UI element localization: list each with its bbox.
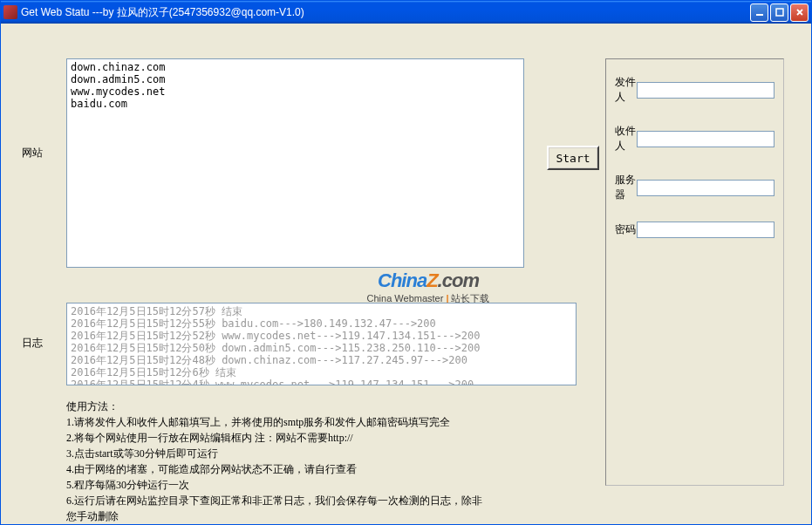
window-title: Get Web Statu ---by 拉风的汉子(2547356932@qq.…: [21, 5, 750, 20]
app-icon: [3, 5, 17, 19]
close-icon: [795, 7, 805, 17]
minimize-button[interactable]: [750, 3, 768, 22]
log-output[interactable]: 2016年12月5日15时12分57秒 结束 2016年12月5日15时12分5…: [66, 303, 577, 385]
watermark-brand: ChinaZ.com: [324, 269, 533, 292]
watermark: ChinaZ.com China Webmaster|站长下载: [324, 269, 533, 305]
server-label: 服务器: [615, 173, 637, 202]
server-row: 服务器: [615, 173, 774, 202]
sites-input[interactable]: [66, 58, 524, 268]
client-area: 网站 Start ChinaZ.com China Webmaster|站长下载…: [1, 24, 811, 524]
maximize-icon: [774, 7, 785, 17]
server-input[interactable]: [637, 180, 774, 196]
sender-label: 发件人: [615, 75, 637, 105]
maximize-button[interactable]: [770, 3, 788, 22]
password-input[interactable]: [637, 222, 774, 238]
sender-input[interactable]: [637, 82, 774, 99]
svg-rect-1: [776, 9, 783, 16]
email-panel: 发件人 收件人 服务器 密码: [605, 58, 784, 486]
instructions-text: 使用方法： 1.请将发件人和收件人邮箱填写上，并将使用的smtp服务和发件人邮箱…: [66, 399, 482, 525]
window-controls: [750, 3, 809, 22]
titlebar: Get Web Statu ---by 拉风的汉子(2547356932@qq.…: [1, 1, 811, 24]
log-label: 日志: [22, 336, 43, 351]
svg-rect-0: [756, 14, 763, 16]
app-window: Get Web Statu ---by 拉风的汉子(2547356932@qq.…: [0, 0, 812, 525]
password-row: 密码: [615, 222, 774, 238]
minimize-icon: [754, 7, 765, 17]
start-button[interactable]: Start: [547, 146, 599, 170]
receiver-row: 收件人: [615, 124, 774, 153]
password-label: 密码: [615, 222, 637, 237]
sites-label: 网站: [22, 146, 43, 160]
receiver-input[interactable]: [637, 131, 774, 147]
close-button[interactable]: [790, 3, 809, 22]
sender-row: 发件人: [615, 75, 774, 105]
receiver-label: 收件人: [615, 124, 637, 153]
